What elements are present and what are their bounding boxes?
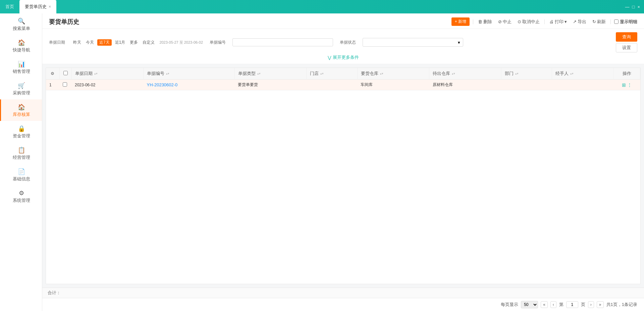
shortcut-today[interactable]: 今天 — [85, 39, 95, 46]
date-shortcuts: 昨天 今天 近7天 近1月 更多 自定义 2023-05-27 至 2023-0… — [72, 39, 203, 46]
td-req-warehouse: 车间库 — [357, 80, 429, 90]
status-select[interactable]: ▾ — [363, 38, 463, 47]
sort-icon-store: ▴▾ — [320, 72, 324, 75]
th-req-warehouse-label: 要货仓库 — [361, 71, 378, 76]
show-detail-label: 显示明细 — [620, 19, 637, 25]
operations-icon: 📋 — [18, 147, 25, 153]
th-checkbox — [59, 68, 71, 80]
refresh-button[interactable]: ↻ 刷新 — [591, 19, 607, 25]
sort-icon-bill-type: ▴▾ — [257, 72, 261, 75]
filter-row-1: 单据日期 昨天 今天 近7天 近1月 更多 自定义 2023-05-27 至 2… — [49, 32, 637, 52]
th-ops: 操作 — [613, 68, 640, 80]
summary-label: 合计： — [48, 290, 61, 295]
th-bill-type[interactable]: 单据类型 ▴▾ — [234, 68, 307, 80]
select-all-checkbox[interactable] — [63, 71, 68, 75]
sidebar-item-purchase[interactable]: 🛒 采购管理 — [0, 78, 42, 99]
prev-page-button[interactable]: ‹ — [550, 301, 556, 308]
th-department-label: 部门 — [505, 71, 514, 76]
sort-icon-bill-no: ▴▾ — [166, 72, 169, 75]
page-size-select[interactable]: 20 50 100 — [521, 301, 538, 308]
bill-no-link[interactable]: YH-20230602-0 — [147, 82, 178, 87]
divider-3 — [610, 19, 611, 24]
cancel-button[interactable]: ⊙ 取消中止 — [516, 19, 541, 25]
sidebar-item-operations[interactable]: 📋 经营管理 — [0, 142, 42, 164]
shortcut-custom[interactable]: 自定义 — [141, 39, 156, 46]
row-checkbox[interactable] — [63, 82, 67, 87]
total-info: 共1页，1条记录 — [606, 302, 637, 308]
shortcut-7days[interactable]: 近7天 — [97, 39, 112, 46]
tab-home-label: 首页 — [5, 4, 14, 10]
shortcut-more[interactable]: 更多 — [128, 39, 139, 46]
export-button[interactable]: ↗ 导出 — [572, 19, 588, 25]
page-size-label: 每页显示 — [501, 302, 518, 308]
th-department[interactable]: 部门 ▴▾ — [501, 68, 552, 80]
maximize-icon[interactable]: □ — [632, 4, 635, 9]
main-layout: 🔍 搜索菜单 🏠 快捷导航 📊 销售管理 🛒 采购管理 🏠 库存核算 🔒 资金管… — [0, 13, 644, 311]
sidebar-item-label-purchase: 采购管理 — [13, 90, 30, 96]
page-number-input[interactable] — [566, 301, 578, 308]
sidebar-item-finance[interactable]: 🔒 资金管理 — [0, 121, 42, 142]
th-handler-label: 经手人 — [555, 71, 569, 76]
expand-more-btn[interactable]: ⋁ 展开更多条件 — [49, 54, 637, 60]
th-bill-no[interactable]: 单据编号 ▴▾ — [144, 68, 235, 80]
tab-bill-history[interactable]: 要货单历史 × — [19, 0, 56, 13]
settings-button[interactable]: 设置 — [616, 43, 637, 52]
page-label-before: 第 — [559, 302, 564, 308]
toolbar: + 新增 🗑 删除 ⊘ 中止 ⊙ 取消中止 🖨 打印 — [451, 17, 637, 26]
th-settings[interactable]: ⚙ — [46, 68, 59, 80]
th-req-warehouse[interactable]: 要货仓库 ▴▾ — [357, 68, 429, 80]
td-pending-warehouse: 原材料仓库 — [429, 80, 501, 90]
cancel-icon: ⊙ — [518, 19, 521, 24]
row-more-icon[interactable]: ⋮ — [627, 82, 632, 88]
purchase-icon: 🛒 — [18, 83, 25, 89]
sidebar-item-label-operations: 经营管理 — [13, 154, 30, 161]
quick-nav-icon: 🏠 — [18, 40, 25, 46]
tab-home[interactable]: 首页 — [0, 0, 19, 13]
shortcut-1month[interactable]: 近1月 — [114, 39, 127, 46]
th-pending-warehouse[interactable]: 待出仓库 ▴▾ — [429, 68, 501, 80]
page-title: 要货单历史 — [49, 18, 79, 26]
row-edit-icon[interactable]: ⊞ — [622, 82, 626, 88]
th-store[interactable]: 门店 ▴▾ — [307, 68, 357, 80]
th-bill-no-label: 单据编号 — [147, 71, 164, 76]
next-page-button[interactable]: › — [588, 301, 594, 308]
sidebar-item-system[interactable]: ⚙ 系统管理 — [0, 185, 42, 207]
minimize-icon[interactable]: — — [625, 4, 630, 9]
filter-area: 单据日期 昨天 今天 近7天 近1月 更多 自定义 2023-05-27 至 2… — [42, 29, 644, 64]
sidebar-item-search-menu[interactable]: 🔍 搜索菜单 — [0, 13, 42, 35]
last-page-button[interactable]: » — [597, 301, 604, 308]
th-pending-warehouse-label: 待出仓库 — [433, 71, 450, 76]
refresh-icon: ↻ — [592, 19, 596, 24]
th-date-label: 单据日期 — [75, 71, 93, 76]
show-detail-checkbox[interactable] — [614, 19, 619, 24]
th-handler[interactable]: 经手人 ▴▾ — [552, 68, 613, 80]
shortcut-yesterday[interactable]: 昨天 — [72, 39, 83, 46]
show-detail-toggle[interactable]: 显示明细 — [614, 19, 637, 25]
sidebar-item-quick-nav[interactable]: 🏠 快捷导航 — [0, 35, 42, 56]
bill-no-input[interactable] — [232, 38, 333, 46]
sidebar-item-inventory[interactable]: 🏠 库存核算 — [0, 99, 42, 121]
tab-bill-history-label: 要货单历史 — [25, 4, 47, 10]
search-menu-icon: 🔍 — [18, 18, 25, 24]
sidebar-item-sales[interactable]: 📊 销售管理 — [0, 56, 42, 78]
new-button[interactable]: + 新增 — [451, 17, 470, 26]
sidebar-item-label-search: 搜索菜单 — [13, 26, 30, 32]
th-date[interactable]: 单据日期 ▴▾ — [71, 68, 144, 80]
td-no: 1 — [46, 80, 59, 90]
th-ops-label: 操作 — [623, 71, 631, 76]
print-dropdown-icon[interactable]: ▾ — [565, 19, 567, 24]
td-bill-no[interactable]: YH-20230602-0 — [144, 80, 235, 90]
divider-1 — [473, 19, 473, 24]
close-icon[interactable]: × — [637, 4, 640, 9]
system-icon: ⚙ — [19, 190, 24, 196]
expand-more-icon: ⋁ — [328, 55, 331, 60]
delete-button[interactable]: 🗑 删除 — [477, 19, 493, 25]
query-button[interactable]: 查询 — [616, 32, 637, 42]
print-button[interactable]: 🖨 打印 ▾ — [548, 19, 568, 25]
first-page-button[interactable]: « — [541, 301, 548, 308]
sidebar-item-basic-info[interactable]: 📄 基础信息 — [0, 164, 42, 185]
stop-button[interactable]: ⊘ 中止 — [497, 19, 513, 25]
tab-close-icon[interactable]: × — [49, 4, 51, 9]
top-bar: 首页 要货单历史 × — □ × — [0, 0, 644, 13]
basic-info-icon: 📄 — [18, 169, 25, 175]
